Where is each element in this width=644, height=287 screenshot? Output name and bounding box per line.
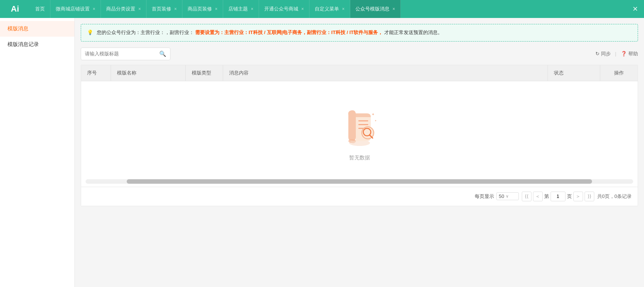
divider: | [615, 51, 616, 57]
nav-tab-product-category[interactable]: 商品分类设置× [101, 0, 147, 18]
nav-tab-label-product-category: 商品分类设置 [106, 6, 135, 12]
next-page-button[interactable]: ＞ [573, 192, 583, 201]
nav-tab-store-theme[interactable]: 店铺主题× [223, 0, 259, 18]
nav-tab-open-mall[interactable]: 开通公众号商城× [259, 0, 309, 18]
sidebar-item-template-message[interactable]: 模版消息 [0, 21, 74, 37]
close-tab-product-category[interactable]: × [138, 6, 141, 12]
notice-banner: 💡 您的公众号行业为：主营行业：，副营行业： 需要设置为：主营行业：IT科技 /… [81, 24, 638, 42]
close-tab-wshop-settings[interactable]: × [93, 6, 95, 12]
col-header-seq: 序号 [81, 65, 111, 81]
page-size-value: 50 [499, 193, 504, 199]
nav-tabs: 首页微商城店铺设置×商品分类设置×首页装修×商品页装修×店铺主题×开通公众号商城… [30, 0, 626, 18]
search-bar: 🔍 ↻ 同步 | ❓ 帮助 [81, 48, 638, 60]
svg-text:✦: ✦ [375, 119, 377, 122]
app-logo: Ai [0, 0, 30, 18]
sidebar-item-template-record[interactable]: 模版消息记录 [0, 37, 74, 52]
close-tab-template-msg[interactable]: × [392, 6, 395, 12]
page-unit: 页 [567, 193, 572, 200]
col-header-status: 状态 [548, 65, 600, 81]
help-icon: ❓ [621, 51, 627, 57]
data-table: 序号 模版名称 模版类型 消息内容 状态 操作 [81, 65, 638, 206]
top-nav: Ai 首页微商城店铺设置×商品分类设置×首页装修×商品页装修×店铺主题×开通公众… [0, 0, 644, 18]
empty-text: 暂无数据 [349, 155, 370, 161]
help-label: 帮助 [628, 51, 638, 57]
col-header-action: 操作 [600, 65, 638, 81]
nav-tab-wshop-settings[interactable]: 微商城店铺设置× [50, 0, 101, 18]
page-size-dropdown[interactable]: 50 ∨ [496, 192, 519, 200]
sync-button[interactable]: ↻ 同步 [595, 51, 611, 57]
svg-text:✦: ✦ [372, 112, 375, 116]
nav-tab-home[interactable]: 首页 [30, 0, 50, 18]
search-input[interactable] [85, 51, 159, 57]
close-tab-open-mall[interactable]: × [301, 6, 304, 12]
sidebar: 模版消息模版消息记录 [0, 18, 75, 287]
close-tab-custom-menu[interactable]: × [342, 6, 345, 12]
chevron-down-icon: ∨ [506, 194, 509, 199]
page-nav: ⟨⟨ ＜ 第 页 ＞ ⟩⟩ [522, 192, 594, 201]
notice-icon: 💡 [87, 30, 93, 35]
last-page-button[interactable]: ⟩⟩ [585, 192, 594, 201]
nav-tab-label-custom-menu: 自定义菜单 [315, 6, 339, 12]
first-page-button[interactable]: ⟨⟨ [522, 192, 531, 201]
empty-illustration: ✦ ✦ [337, 104, 382, 149]
search-actions: ↻ 同步 | ❓ 帮助 [595, 51, 638, 57]
close-tab-store-theme[interactable]: × [251, 6, 253, 12]
nav-tab-label-home: 首页 [35, 6, 45, 12]
close-all-button[interactable]: ✕ [626, 0, 644, 18]
page-prefix: 第 [544, 193, 549, 200]
nav-tab-product-decoration[interactable]: 商品页装修× [182, 0, 223, 18]
nav-tab-template-msg[interactable]: 公众号模版消息× [350, 0, 401, 18]
col-header-name: 模版名称 [111, 65, 186, 81]
prev-page-button[interactable]: ＜ [533, 192, 543, 201]
page-size-label: 每页显示 [475, 193, 494, 200]
main-layout: 模版消息模版消息记录 💡 您的公众号行业为：主营行业：，副营行业： 需要设置为：… [0, 18, 644, 287]
nav-tab-label-open-mall: 开通公众号商城 [264, 6, 298, 12]
pagination: 每页显示 50 ∨ ⟨⟨ ＜ 第 页 ＞ ⟩⟩ 共0页，0条记录 [81, 187, 638, 206]
search-input-wrap[interactable]: 🔍 [81, 48, 170, 60]
search-icon[interactable]: 🔍 [159, 51, 166, 57]
close-tab-product-decoration[interactable]: × [215, 6, 218, 12]
nav-tab-label-product-decoration: 商品页装修 [188, 6, 212, 12]
col-header-content: 消息内容 [223, 65, 548, 81]
nav-tab-label-wshop-settings: 微商城店铺设置 [56, 6, 90, 12]
page-size-select: 每页显示 50 ∨ [475, 192, 519, 200]
nav-tab-label-store-theme: 店铺主题 [228, 6, 248, 12]
total-info: 共0页，0条记录 [597, 193, 632, 200]
page-number-input[interactable] [551, 192, 566, 201]
horizontal-scrollbar[interactable] [81, 176, 638, 187]
nav-tab-custom-menu[interactable]: 自定义菜单× [309, 0, 350, 18]
sync-icon: ↻ [595, 51, 600, 57]
col-header-type: 模版类型 [186, 65, 223, 81]
notice-prefix: 您的公众号行业为：主营行业：，副营行业： [97, 30, 194, 35]
nav-tab-label-template-msg: 公众号模版消息 [355, 6, 389, 12]
table-header: 序号 模版名称 模版类型 消息内容 状态 操作 [81, 65, 638, 81]
help-button[interactable]: ❓ 帮助 [621, 51, 638, 57]
content-area: 💡 您的公众号行业为：主营行业：，副营行业： 需要设置为：主营行业：IT科技 /… [75, 18, 644, 287]
nav-tab-home-decoration[interactable]: 首页装修× [147, 0, 182, 18]
close-tab-home-decoration[interactable]: × [174, 6, 177, 12]
sync-label: 同步 [601, 51, 611, 57]
notice-suffix: 才能正常发送预置的消息。 [384, 30, 443, 35]
empty-state: ✦ ✦ 暂无数据 [81, 81, 638, 176]
nav-tab-label-home-decoration: 首页装修 [152, 6, 171, 12]
notice-highlight: 需要设置为：主营行业：IT科技 / 互联网|电子商务，副营行业：IT科技 / I… [195, 30, 383, 35]
